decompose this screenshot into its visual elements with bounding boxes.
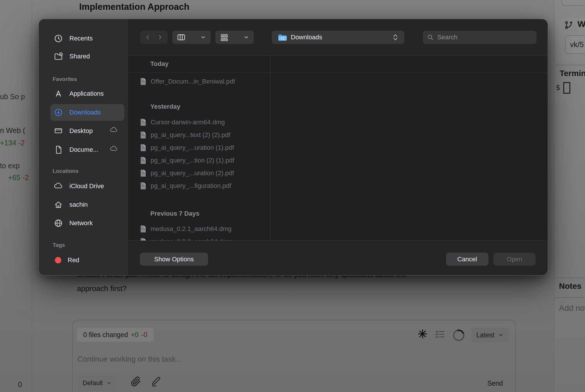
- desktop-icon: [54, 126, 63, 136]
- file-icon: [140, 238, 147, 241]
- search-input[interactable]: [437, 33, 532, 41]
- sidebar-item-applications[interactable]: Applications: [50, 85, 124, 102]
- file-row[interactable]: Offer_Docum...in_Beniwal.pdf: [136, 75, 268, 88]
- file-browser: Today Offer_Docum...in_Beniwal.pdf Yeste…: [128, 56, 548, 241]
- file-icon: [140, 77, 147, 86]
- file-icon: [140, 156, 147, 164]
- file-row[interactable]: pg_ai_query_...uration (1).pdf: [136, 141, 268, 154]
- forward-icon[interactable]: [156, 34, 163, 41]
- screen: ub So p n Web ( +134 -2 to exp +65 -2 0 …: [0, 0, 585, 392]
- show-options-button[interactable]: Show Options: [140, 253, 208, 266]
- file-name: pg_ai_query...text (2) (2).pdf: [151, 131, 230, 139]
- group-header-yesterday: Yesterday: [150, 103, 180, 110]
- sidebar-item-label: sachin: [69, 201, 88, 208]
- search-icon: [427, 34, 434, 41]
- file-name: medusa_0.2.0_aarch64.dmg: [151, 238, 232, 241]
- view-mode-dropdown[interactable]: [172, 31, 211, 44]
- file-row[interactable]: pg_ai_query_...figuration.pdf: [136, 180, 268, 192]
- sidebar-item-label: iCloud Drive: [69, 182, 104, 190]
- document-icon: [54, 145, 63, 154]
- file-name: Offer_Docum...in_Beniwal.pdf: [151, 78, 235, 85]
- chevron-down-icon: [243, 34, 249, 40]
- sidebar-item-label: Desktop: [69, 127, 93, 135]
- sidebar-item-label: Downloads: [69, 109, 101, 116]
- location-dropdown[interactable]: Downloads: [272, 31, 404, 44]
- shared-folder-icon: [54, 52, 63, 61]
- sidebar-item-downloads[interactable]: Downloads: [50, 104, 124, 121]
- columns-view-icon: [177, 33, 186, 42]
- open-button[interactable]: Open: [493, 253, 536, 266]
- sidebar-section-locations: Locations: [53, 168, 79, 174]
- clock-icon: [54, 34, 63, 43]
- search-field[interactable]: [423, 31, 536, 44]
- house-icon: [54, 200, 63, 209]
- file-name: pg_ai_query_...figuration.pdf: [151, 182, 231, 190]
- sidebar-section-tags: Tags: [53, 242, 65, 248]
- globe-icon: [54, 219, 63, 228]
- updown-chevrons-icon: [392, 33, 399, 42]
- appstore-icon: [54, 89, 63, 98]
- file-row[interactable]: Cursor-darwin-arm64.dmg: [136, 116, 268, 129]
- red-tag-icon: [55, 257, 61, 263]
- group-by-dropdown[interactable]: [215, 31, 254, 44]
- divider: [154, 34, 154, 41]
- sidebar-item-label: Red: [68, 256, 79, 264]
- file-icon: [140, 182, 147, 190]
- file-row[interactable]: pg_ai_query_...uration (2).pdf: [136, 167, 268, 180]
- cancel-button[interactable]: Cancel: [446, 253, 488, 266]
- chevron-down-icon: [200, 34, 206, 40]
- file-row-clipped[interactable]: medusa_0.2.0_aarch64.dmg: [136, 235, 268, 241]
- file-icon: [140, 131, 147, 139]
- sidebar-item-icloud[interactable]: iCloud Drive: [50, 178, 124, 195]
- preview-column: [271, 56, 548, 241]
- location-label: Downloads: [291, 34, 388, 41]
- file-name: pg_ai_query_...uration (1).pdf: [151, 144, 234, 151]
- sidebar-item-network[interactable]: Network: [50, 215, 124, 232]
- folder-icon: [277, 33, 287, 42]
- group-header-previous: Previous 7 Days: [150, 210, 199, 217]
- sidebar-item-label: Network: [69, 219, 93, 227]
- cloud-sync-icon: [109, 145, 119, 153]
- sidebar-item-label: Applications: [69, 90, 104, 97]
- back-icon[interactable]: [145, 34, 151, 41]
- file-name: pg_ai_query_...uration (2).pdf: [151, 169, 234, 177]
- sidebar-item-home[interactable]: sachin: [50, 196, 124, 213]
- file-name: Cursor-darwin-arm64.dmg: [151, 119, 225, 126]
- file-icon: [140, 118, 147, 126]
- open-file-dialog: Recents Shared Favorites Applications Do…: [39, 19, 548, 275]
- sidebar-item-label: Recents: [69, 35, 93, 42]
- file-icon: [140, 144, 147, 152]
- file-icon: [140, 225, 147, 233]
- sidebar-item-shared[interactable]: Shared: [50, 48, 124, 65]
- sidebar-item-recents[interactable]: Recents: [50, 30, 124, 47]
- group-header-today: Today: [150, 60, 169, 68]
- file-name: pg_ai_query_...tion (2) (1).pdf: [151, 157, 234, 164]
- sidebar-section-favorites: Favorites: [53, 76, 77, 82]
- sidebar-item-label: Docume...: [69, 146, 98, 154]
- nav-buttons: [140, 31, 168, 44]
- file-row[interactable]: medusa_0.2.1_aarch64.dmg: [136, 223, 268, 235]
- sidebar-item-label: Shared: [69, 53, 90, 60]
- group-view-icon: [220, 33, 229, 42]
- sidebar-item-tag-red[interactable]: Red: [50, 252, 124, 269]
- file-name: medusa_0.2.1_aarch64.dmg: [151, 225, 232, 233]
- cloud-icon: [54, 182, 63, 191]
- download-circle-icon: [54, 108, 63, 117]
- dialog-sidebar: Recents Shared Favorites Applications Do…: [39, 19, 128, 275]
- cloud-sync-icon: [109, 126, 119, 134]
- file-row[interactable]: pg_ai_query...text (2) (2).pdf: [136, 129, 268, 141]
- file-icon: [140, 169, 147, 177]
- file-row[interactable]: pg_ai_query_...tion (2) (1).pdf: [136, 154, 268, 167]
